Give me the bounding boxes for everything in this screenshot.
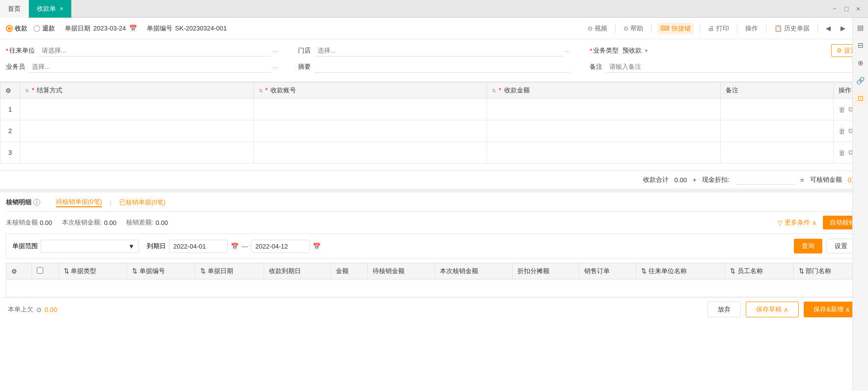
col-settlement-header: ⇅ * 结算方式 [20, 83, 254, 99]
help-btn[interactable]: ⊙ 帮助 [622, 23, 645, 34]
row-account-2[interactable] [253, 120, 487, 142]
row-amount-1[interactable] [487, 99, 721, 120]
video-btn[interactable]: ⊙ 视频 [586, 23, 609, 34]
col-number-header: ⇅ 单据编号 [127, 263, 195, 279]
col-date-label: 单据日期 [208, 267, 233, 275]
filter-actions: 查询 设置 [794, 239, 856, 253]
col-settings[interactable]: ⚙ [0, 83, 20, 99]
tab-done[interactable]: 已核销单据(0笔) [119, 198, 165, 207]
summary-input[interactable] [315, 61, 570, 73]
settings-icon-bottom: ⚙ [11, 268, 17, 275]
date-group: 到期日 📅 — 📅 [147, 240, 321, 253]
draft-btn[interactable]: 保存草稿 ∧ [746, 302, 799, 317]
col-staff-label: 员工名称 [737, 267, 763, 275]
row-account-3[interactable] [253, 142, 487, 164]
uncancelled-value: 0.00 [40, 219, 52, 226]
help-label: 帮助 [630, 24, 643, 33]
discount-input[interactable] [735, 175, 794, 185]
summary-row: 收款合计 0.00 + 现金折扣: = 可核销金额 0.00 [0, 170, 868, 189]
calendar-to-icon[interactable]: 📅 [313, 243, 321, 250]
nav-prev-btn[interactable]: ◀ [824, 24, 833, 33]
row-settlement-3[interactable] [20, 142, 254, 164]
col-current-header: 本次核销金额 [435, 263, 512, 279]
radio-shoukuan-label: 收款 [15, 24, 27, 33]
delete-icon-3[interactable]: 🗑 [839, 149, 845, 157]
shortcut-icon: ⌨ [660, 25, 670, 32]
biztype-chevron: ▼ [644, 48, 649, 54]
sort-icon3: ⇅ [492, 88, 496, 93]
store-input[interactable] [315, 45, 563, 56]
shortcut-btn[interactable]: ⌨ 快捷键 [657, 23, 694, 34]
abandon-btn[interactable]: 放弃 [707, 302, 741, 317]
partner-input[interactable] [39, 45, 271, 56]
more-conditions-btn[interactable]: ▽ 更多条件 ∧ [778, 218, 817, 227]
biztype-select[interactable]: 预收款 ▼ [623, 46, 649, 55]
staff-more-icon[interactable]: ··· [273, 63, 278, 71]
col-action-label: 操作 [839, 86, 851, 94]
save-new-btn[interactable]: 保存&新增 ∧ [804, 302, 860, 317]
info-circle[interactable]: ⊙ [36, 306, 42, 313]
range-select[interactable]: ▼ [41, 240, 139, 253]
row-remark-3[interactable] [721, 142, 834, 164]
staff-input[interactable] [29, 61, 271, 73]
date-to-input[interactable] [251, 240, 310, 253]
query-btn[interactable]: 查询 [794, 239, 822, 253]
tab-pending[interactable]: 待核销单据(0笔) [56, 197, 102, 207]
divider6 [817, 24, 818, 33]
nav-next-btn[interactable]: ▶ [839, 24, 847, 33]
sidebar-icon-3[interactable]: ⊕ [855, 57, 867, 69]
partner-more-icon[interactable]: ··· [273, 47, 278, 55]
delete-icon-2[interactable]: 🗑 [839, 127, 845, 135]
history-btn[interactable]: 📋 历史单据 [772, 23, 812, 34]
close-button[interactable]: × [854, 5, 862, 13]
total-label: 收款合计 [643, 175, 669, 184]
remark-group: 备注 [590, 61, 862, 73]
calendar-icon[interactable]: 📅 [129, 25, 137, 32]
col-checkbox-header[interactable] [32, 263, 58, 279]
row-remark-2[interactable] [721, 120, 834, 142]
radio-tuikuan-dot [33, 25, 40, 32]
footer-value: 0.00 [45, 306, 57, 313]
summary-label: 摘要 [298, 62, 311, 71]
col-settings-bottom[interactable]: ⚙ [6, 263, 32, 279]
row-settlement-1[interactable] [20, 99, 254, 120]
range-label: 单据范围 [12, 242, 38, 251]
stat-current: 本次核销金额: 0.00 [62, 218, 116, 227]
date-from-input[interactable] [169, 240, 228, 253]
table-container: ⚙ ⇅ * 结算方式 ⇅ * 收款账号 ⇅ * 收款 [0, 82, 868, 170]
row-settlement-2[interactable] [20, 120, 254, 142]
col-due-header: 收款到期日 [264, 263, 331, 279]
minimize-button[interactable]: － [831, 5, 839, 13]
delete-icon-1[interactable]: 🗑 [839, 106, 845, 113]
right-sidebar: ▤ ⊟ ⊕ 🔗 ⊡ [852, 18, 868, 391]
tab-shoukuan[interactable]: 收款单 × [29, 0, 72, 18]
col-amount-header-bt: 金额 [331, 263, 368, 279]
tab-bar: 首页 收款单 × － □ × [0, 0, 868, 18]
row-amount-2[interactable] [487, 120, 721, 142]
row-remark-1[interactable] [721, 99, 834, 120]
footer: 本单上欠 ⊙ 0.00 放弃 保存草稿 ∧ 保存&新增 ∧ [0, 297, 868, 321]
operate-btn[interactable]: 操作 [743, 23, 760, 34]
bottom-table-header: ⚙ ⇅ 单据类型 ⇅ 单据编号 [6, 263, 862, 279]
tab-close-icon[interactable]: × [60, 5, 63, 12]
store-more-icon[interactable]: ··· [565, 47, 570, 55]
sidebar-icon-4[interactable]: 🔗 [855, 75, 867, 86]
biztype-value: 预收款 [623, 46, 642, 55]
radio-tuikuan[interactable]: 退款 [33, 24, 55, 33]
row-account-1[interactable] [253, 99, 487, 120]
filter-settings-btn[interactable]: 设置 [826, 239, 856, 253]
radio-shoukuan[interactable]: 收款 [6, 24, 27, 33]
select-all-checkbox[interactable] [37, 267, 43, 274]
remark-input[interactable] [606, 61, 862, 73]
sidebar-icon-5[interactable]: ⊡ [855, 92, 867, 104]
sidebar-icon-1[interactable]: ▤ [855, 22, 867, 33]
info-icon[interactable]: i [33, 199, 40, 206]
sidebar-icon-2[interactable]: ⊟ [855, 39, 867, 51]
divider4 [737, 24, 737, 33]
tab-home[interactable]: 首页 [0, 0, 29, 18]
print-btn[interactable]: 🖨 打印 [706, 23, 731, 34]
current-label: 本次核销金额: [62, 218, 102, 227]
calendar-from-icon[interactable]: 📅 [231, 243, 239, 250]
row-amount-3[interactable] [487, 142, 721, 164]
maximize-button[interactable]: □ [842, 5, 850, 13]
